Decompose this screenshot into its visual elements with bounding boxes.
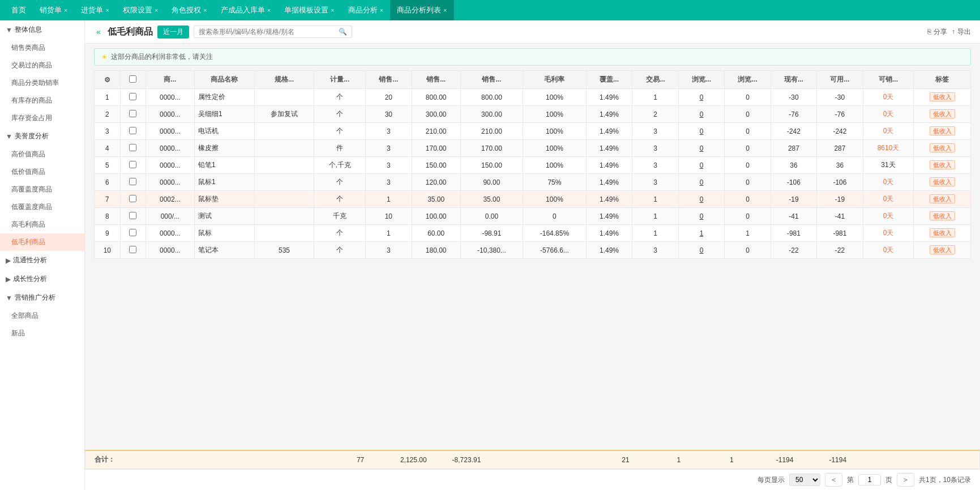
row-view1[interactable]: 0 [678, 106, 724, 123]
row-view1[interactable]: 0 [678, 89, 724, 106]
nav-product-inbound[interactable]: 产成品入库单 × [214, 0, 277, 20]
row-sales-profit: 150.00 [460, 157, 523, 174]
row-name[interactable]: 属性定价 [194, 89, 254, 106]
row-sellable: 0天 [863, 123, 914, 140]
prev-page-button[interactable]: ＜ [825, 473, 842, 487]
sidebar-item-all-products[interactable]: 全部商品 [0, 307, 84, 325]
sidebar-group-marketing[interactable]: ▼ 营销推广分析 [0, 288, 84, 307]
sidebar-item-sales-products[interactable]: 销售类商品 [0, 39, 84, 57]
row-checkbox[interactable] [120, 89, 145, 106]
sidebar-item-stock-capital[interactable]: 库存资金占用 [0, 109, 84, 127]
row-view1[interactable]: 0 [678, 157, 724, 174]
row-checkbox[interactable] [120, 174, 145, 191]
page-input[interactable] [858, 474, 881, 485]
sidebar-item-in-stock[interactable]: 有库存的商品 [0, 92, 84, 109]
nav-close-product-analysis[interactable]: × [380, 7, 383, 14]
row-checkbox[interactable] [120, 208, 145, 225]
row-name[interactable]: 鼠标垫 [194, 191, 254, 208]
col-settings[interactable]: ⚙ [95, 71, 121, 89]
nav-product-analysis-list[interactable]: 商品分析列表 × [390, 0, 453, 20]
row-name[interactable]: 橡皮擦 [194, 140, 254, 157]
row-checkbox[interactable] [120, 157, 145, 174]
row-checkbox[interactable] [120, 123, 145, 140]
nav-close-purchase-order[interactable]: × [105, 7, 109, 14]
nav-close-product-analysis-list[interactable]: × [443, 7, 447, 14]
date-filter-button[interactable]: 近一月 [157, 25, 189, 39]
nav-permission-settings[interactable]: 权限设置 × [116, 0, 165, 20]
nav-close-permission-settings[interactable]: × [155, 7, 158, 14]
sidebar-collapse-btn[interactable]: « [94, 25, 103, 39]
row-view1[interactable]: 0 [678, 174, 724, 191]
row-sales-price: 210.00 [412, 123, 460, 140]
row-current-stock: 287 [771, 140, 816, 157]
row-view1[interactable]: 0 [678, 242, 724, 259]
row-name[interactable]: 吴细细1 [194, 106, 254, 123]
row-gross-margin: 100% [523, 191, 587, 208]
row-view1[interactable]: 0 [678, 191, 724, 208]
row-view2: 0 [725, 106, 771, 123]
row-sales-price: 100.00 [412, 208, 460, 225]
col-checkbox[interactable] [120, 71, 145, 89]
nav-product-analysis[interactable]: 商品分析 × [341, 0, 390, 20]
sidebar-item-low-value[interactable]: 低价值商品 [0, 163, 84, 181]
sidebar-group-reputation[interactable]: ▼ 美誉度分析 [0, 127, 84, 146]
nav-close-role-auth[interactable]: × [203, 7, 207, 14]
row-tag: 低收入 [914, 174, 971, 191]
export-button[interactable]: ↑ 导出 [952, 27, 971, 37]
nav-role-auth[interactable]: 角色授权 × [165, 0, 213, 20]
select-all-checkbox[interactable] [129, 75, 136, 83]
row-available: -242 [817, 123, 863, 140]
row-code: 0000... [145, 174, 194, 191]
row-name[interactable]: 电话机 [194, 123, 254, 140]
row-name[interactable]: 鼠标 [194, 225, 254, 242]
sidebar-group-reputation-arrow: ▼ [6, 133, 12, 140]
row-checkbox[interactable] [120, 242, 145, 259]
row-sales-profit: -98.91 [460, 225, 523, 242]
sidebar-item-low-coverage[interactable]: 低覆盖度商品 [0, 198, 84, 216]
nav-close-sales-order[interactable]: × [64, 7, 67, 14]
row-sales-qty: 3 [366, 140, 412, 157]
row-view1[interactable]: 0 [678, 123, 724, 140]
sidebar-item-high-coverage[interactable]: 高覆盖度商品 [0, 181, 84, 198]
row-sales-price: 60.00 [412, 225, 460, 242]
row-tag: 低收入 [914, 106, 971, 123]
nav-purchase-order[interactable]: 进货单 × [74, 0, 115, 20]
row-checkbox[interactable] [120, 225, 145, 242]
row-name[interactable]: 测试 [194, 208, 254, 225]
row-view1[interactable]: 1 [678, 225, 724, 242]
table-row: 10 0000... 笔记本 535 个 3 180.00 -10,380...… [95, 242, 971, 259]
sidebar-group-circulation[interactable]: ▶ 流通性分析 [0, 251, 84, 270]
per-page-select[interactable]: 50 20 100 [789, 474, 820, 486]
row-view1[interactable]: 0 [678, 140, 724, 157]
sidebar-group-growth[interactable]: ▶ 成长性分析 [0, 270, 84, 288]
footer-available: -1194 [811, 456, 865, 464]
row-code: 0000... [145, 225, 194, 242]
nav-close-template-settings[interactable]: × [331, 7, 334, 14]
sidebar-item-new-products[interactable]: 新品 [0, 325, 84, 342]
row-current-stock: 36 [771, 157, 816, 174]
footer-col4 [281, 456, 334, 464]
row-sellable: 31天 [863, 157, 914, 174]
row-name[interactable]: 鼠标1 [194, 174, 254, 191]
nav-sales-order[interactable]: 销货单 × [33, 0, 74, 20]
nav-close-product-inbound[interactable]: × [267, 7, 271, 14]
nav-home[interactable]: 首页 [5, 0, 33, 20]
row-name[interactable]: 铅笔1 [194, 157, 254, 174]
row-checkbox[interactable] [120, 140, 145, 157]
row-checkbox[interactable] [120, 106, 145, 123]
sidebar-item-low-margin[interactable]: 低毛利商品 [0, 233, 84, 251]
row-view1[interactable]: 0 [678, 208, 724, 225]
sidebar-item-category-rate[interactable]: 商品分类助销率 [0, 74, 84, 92]
sidebar-group-overall[interactable]: ▼ 整体信息 [0, 20, 84, 39]
sidebar-item-high-margin[interactable]: 高毛利商品 [0, 216, 84, 233]
sidebar-item-traded-products[interactable]: 交易过的商品 [0, 57, 84, 74]
next-page-button[interactable]: ＞ [897, 473, 914, 487]
row-name[interactable]: 笔记本 [194, 242, 254, 259]
nav-template-settings[interactable]: 单据模板设置 × [277, 0, 341, 20]
row-tag: 低收入 [914, 140, 971, 157]
row-checkbox[interactable] [120, 191, 145, 208]
sidebar-item-high-value[interactable]: 高价值商品 [0, 146, 84, 163]
share-button[interactable]: ⎘ 分享 [927, 27, 947, 37]
search-input[interactable] [199, 28, 339, 36]
row-sales-profit: 35.00 [460, 191, 523, 208]
